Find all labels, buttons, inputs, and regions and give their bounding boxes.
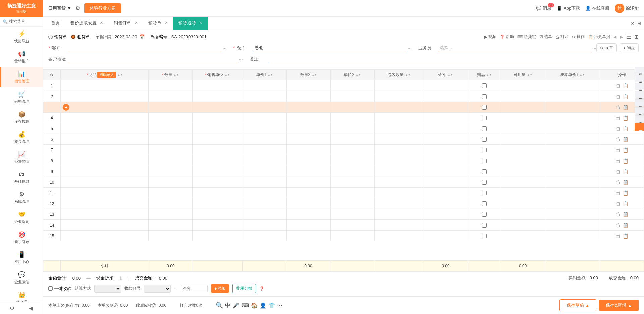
tab-sales-delivery-close-icon[interactable]: ✕ xyxy=(165,21,168,25)
cell-product-14[interactable] xyxy=(61,220,149,231)
customer-input[interactable] xyxy=(68,44,221,52)
grid-view-icon[interactable]: ⊞ xyxy=(634,34,639,40)
cell-sales-unit-4[interactable] xyxy=(193,113,243,123)
cell-cost-price-2[interactable] xyxy=(545,91,600,102)
right-panel-item-print-preview[interactable]: 打印预览 xyxy=(635,123,644,131)
calc-method-select[interactable] xyxy=(94,285,121,293)
cell-pack-qty-13[interactable] xyxy=(374,209,424,220)
cell-cost-price-1[interactable] xyxy=(545,80,600,91)
cell-sales-unit-2[interactable] xyxy=(193,91,243,102)
expand-icon[interactable]: ⊞ xyxy=(637,21,641,26)
delete-row-9-icon[interactable]: 🗑 xyxy=(616,169,621,174)
sidebar-item-apps[interactable]: 📱 应用中心 xyxy=(0,248,43,268)
sidebar-item-shortcut[interactable]: ⚡ 快捷导航 xyxy=(0,27,43,47)
cell-available-11[interactable] xyxy=(501,188,545,198)
toolbar-video[interactable]: ▶ 视频 xyxy=(484,34,496,40)
delete-row-5-icon[interactable]: 🗑 xyxy=(616,126,621,131)
tab-sales-order-close-icon[interactable]: ✕ xyxy=(135,21,138,25)
toolbar-history[interactable]: 📋 历史单据 xyxy=(588,34,610,40)
sidebar-item-enterprise[interactable]: 🤝 企业协同 xyxy=(0,207,43,228)
tab-sales-return[interactable]: 销货退货 ✕ xyxy=(173,17,208,30)
tool-home-icon[interactable]: 🏠 xyxy=(251,302,258,309)
cell-quantity2-12[interactable] xyxy=(286,198,330,209)
copy-row-12-icon[interactable]: 📋 xyxy=(623,201,628,206)
sidebar-item-purchase[interactable]: 🛒 采购管理 xyxy=(0,87,43,107)
cell-cost-price-13[interactable] xyxy=(545,209,600,220)
cell-amount-12[interactable] xyxy=(424,198,468,209)
cell-available-12[interactable] xyxy=(501,198,545,209)
sidebar-item-inventory[interactable]: 📦 库存核算 xyxy=(0,107,43,127)
cell-sales-unit-7[interactable] xyxy=(193,145,243,155)
cell-available-15[interactable] xyxy=(501,231,545,241)
cell-amount-4[interactable] xyxy=(424,113,468,123)
cell-unit2-6[interactable] xyxy=(330,134,374,145)
cell-unit2-8[interactable] xyxy=(330,155,374,166)
cell-pack-qty-5[interactable] xyxy=(374,123,424,134)
copy-row-14-icon[interactable]: 📋 xyxy=(623,223,628,228)
tab-price-settings-close-icon[interactable]: ✕ xyxy=(100,21,103,25)
cell-price-9[interactable] xyxy=(243,166,286,177)
cell-quantity2-2[interactable] xyxy=(286,91,330,102)
gift-checkbox-1[interactable] xyxy=(482,83,487,88)
address-input[interactable] xyxy=(68,55,237,63)
cell-pack-qty-2[interactable] xyxy=(374,91,424,102)
delete-row-2-icon[interactable]: 🗑 xyxy=(616,94,621,99)
delete-row-6-icon[interactable]: 🗑 xyxy=(616,137,621,142)
cell-amount-13[interactable] xyxy=(424,209,468,220)
cell-sales-unit-1[interactable] xyxy=(193,80,243,91)
add-payment-btn[interactable]: + 添加 xyxy=(211,284,229,293)
cell-price-5[interactable] xyxy=(243,123,286,134)
cell-unit2-11[interactable] xyxy=(330,188,374,198)
cell-sales-unit-10[interactable] xyxy=(193,177,243,188)
amount-sort-icon[interactable]: ▲▼ xyxy=(448,73,453,76)
cell-gift-2[interactable] xyxy=(468,91,501,102)
experience-btn[interactable]: 体验行业方案 xyxy=(84,3,121,13)
cell-sales-unit-11[interactable] xyxy=(193,188,243,198)
product-input-3[interactable] xyxy=(69,105,110,110)
cell-available-10[interactable] xyxy=(501,177,545,188)
online-service-btn[interactable]: 👤 在线客服 xyxy=(585,5,609,11)
cost-price-sort-icon[interactable]: ▲▼ xyxy=(580,73,585,76)
notification-btn[interactable]: 💬 消息 70 xyxy=(536,5,551,11)
tab-sales-delivery[interactable]: 销货单 ✕ xyxy=(143,17,173,30)
cell-gift-1[interactable] xyxy=(468,80,501,91)
cell-cost-price-3[interactable] xyxy=(545,102,600,113)
cell-pack-qty-15[interactable] xyxy=(374,231,424,241)
cell-quantity-10[interactable] xyxy=(149,177,193,188)
cell-quantity2-8[interactable] xyxy=(286,155,330,166)
account-select[interactable] xyxy=(144,285,171,293)
copy-row-6-icon[interactable]: 📋 xyxy=(623,137,628,142)
prev-icon[interactable]: ◀ xyxy=(613,35,616,39)
cell-gift-15[interactable] xyxy=(468,231,501,241)
gift-checkbox-14[interactable] xyxy=(482,223,487,228)
cell-unit2-10[interactable] xyxy=(330,177,374,188)
calendar-icon[interactable]: 📅 xyxy=(139,34,145,39)
cell-available-1[interactable] xyxy=(501,80,545,91)
cell-cost-price-7[interactable] xyxy=(545,145,600,155)
cell-gift-14[interactable] xyxy=(468,220,501,231)
cell-amount-6[interactable] xyxy=(424,134,468,145)
cell-amount-11[interactable] xyxy=(424,188,468,198)
cell-product-10[interactable] xyxy=(61,177,149,188)
cell-gift-13[interactable] xyxy=(468,209,501,220)
product-sort-icon[interactable]: ▲▼ xyxy=(117,73,123,76)
toolbar-select[interactable]: ☑ 选单 xyxy=(539,34,552,40)
cell-product-8[interactable] xyxy=(61,155,149,166)
warehouse-ellipsis-icon[interactable]: ··· xyxy=(408,45,412,51)
cell-quantity2-6[interactable] xyxy=(286,134,330,145)
cell-quantity2-3[interactable] xyxy=(286,102,330,113)
gift-checkbox-8[interactable] xyxy=(482,159,487,163)
table-settings-icon[interactable]: ⚙ xyxy=(50,73,54,77)
salesman-ellipsis-icon[interactable]: ··· xyxy=(592,45,596,51)
cell-price-13[interactable] xyxy=(243,209,286,220)
copy-row-9-icon[interactable]: 📋 xyxy=(623,169,628,174)
cell-quantity-11[interactable] xyxy=(149,188,193,198)
cell-pack-qty-4[interactable] xyxy=(374,113,424,123)
cell-quantity2-11[interactable] xyxy=(286,188,330,198)
th-settings[interactable]: ⚙ xyxy=(43,70,61,80)
qty2-sort-icon[interactable]: ▲▼ xyxy=(312,73,317,76)
cell-product-15[interactable] xyxy=(61,231,149,241)
cell-quantity-12[interactable] xyxy=(149,198,193,209)
cell-price-14[interactable] xyxy=(243,220,286,231)
cell-cost-price-8[interactable] xyxy=(545,155,600,166)
